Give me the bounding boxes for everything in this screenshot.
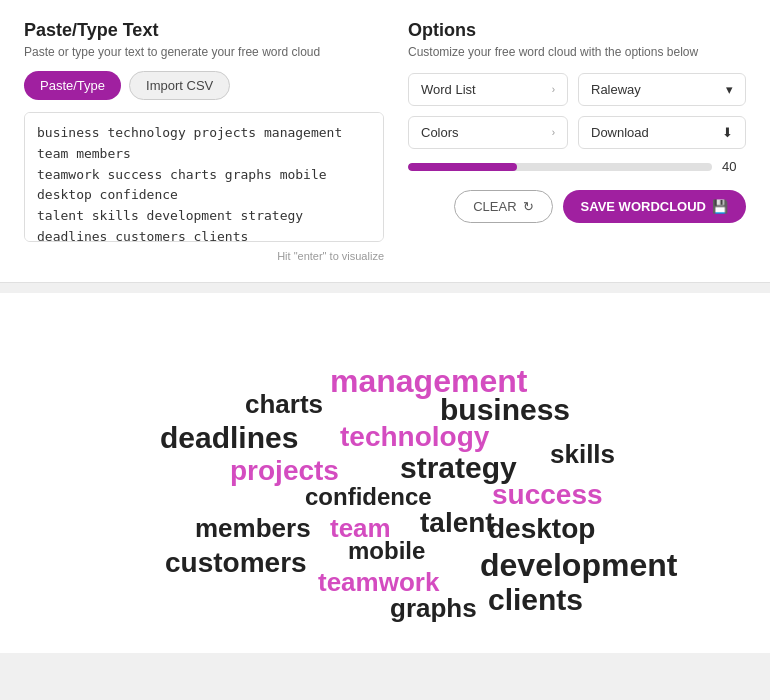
- slider-value: 40: [722, 159, 746, 174]
- save-wordcloud-button[interactable]: SAVE WORDCLOUD 💾: [563, 190, 746, 223]
- left-title: Paste/Type Text: [24, 20, 384, 41]
- word-members: members: [195, 515, 311, 541]
- tab-row: Paste/Type Import CSV: [24, 71, 384, 100]
- word-confidence: confidence: [305, 485, 432, 509]
- word-clients: clients: [488, 585, 583, 615]
- tab-paste-type[interactable]: Paste/Type: [24, 71, 121, 100]
- word-technology: technology: [340, 423, 489, 451]
- options-title: Options: [408, 20, 746, 41]
- colors-btn[interactable]: Colors ›: [408, 116, 568, 149]
- slider-track[interactable]: [408, 163, 712, 171]
- download-icon: ⬇: [722, 125, 733, 140]
- options-subtitle: Customize your free word cloud with the …: [408, 45, 746, 59]
- wordcloud-section: managementbusinesschartsdeadlinestechnol…: [0, 293, 770, 653]
- word-customers: customers: [165, 549, 307, 577]
- option-row-1: Word List › Raleway ▾: [408, 73, 746, 106]
- word-deadlines: deadlines: [160, 423, 298, 453]
- word-graphs: graphs: [390, 595, 477, 621]
- text-input[interactable]: [24, 112, 384, 242]
- right-panel: Options Customize your free word cloud w…: [408, 20, 746, 262]
- font-select[interactable]: Raleway ▾: [578, 73, 746, 106]
- wordcloud: managementbusinesschartsdeadlinestechnol…: [20, 323, 750, 623]
- download-btn[interactable]: Download ⬇: [578, 116, 746, 149]
- hint-text: Hit "enter" to visualize: [24, 250, 384, 262]
- word-projects: projects: [230, 457, 339, 485]
- left-panel: Paste/Type Text Paste or type your text …: [24, 20, 384, 262]
- word-list-arrow-icon: ›: [552, 84, 555, 95]
- word-skills: skills: [550, 441, 615, 467]
- save-icon: 💾: [712, 199, 728, 214]
- colors-arrow-icon: ›: [552, 127, 555, 138]
- font-select-arrow-icon: ▾: [726, 82, 733, 97]
- word-mobile: mobile: [348, 539, 425, 563]
- option-row-2: Colors › Download ⬇: [408, 116, 746, 149]
- tab-import-csv[interactable]: Import CSV: [129, 71, 230, 100]
- word-teamwork: teamwork: [318, 569, 439, 595]
- word-talent: talent: [420, 509, 495, 537]
- slider-fill: [408, 163, 517, 171]
- word-success: success: [492, 481, 603, 509]
- action-row: CLEAR ↻ SAVE WORDCLOUD 💾: [408, 190, 746, 223]
- clear-button[interactable]: CLEAR ↻: [454, 190, 552, 223]
- refresh-icon: ↻: [523, 199, 534, 214]
- word-desktop: desktop: [488, 515, 595, 543]
- slider-row: 40: [408, 159, 746, 174]
- word-list-btn[interactable]: Word List ›: [408, 73, 568, 106]
- word-development: development: [480, 549, 677, 581]
- word-charts: charts: [245, 391, 323, 417]
- left-subtitle: Paste or type your text to generate your…: [24, 45, 384, 59]
